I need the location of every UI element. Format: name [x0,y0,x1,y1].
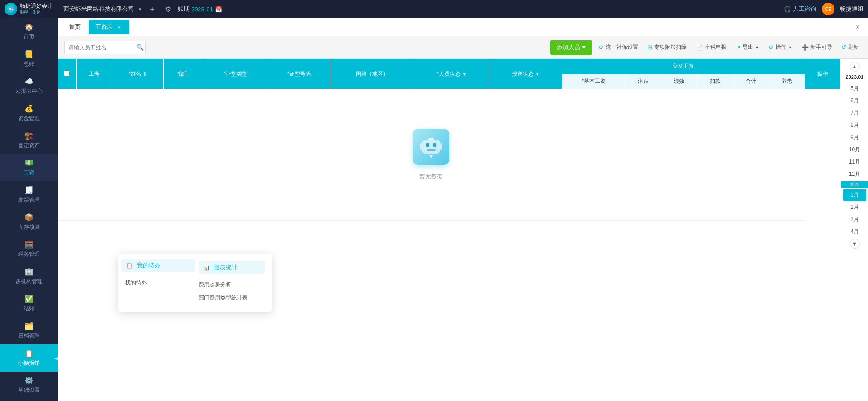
select-all-checkbox[interactable] [64,70,70,76]
timeline-month-4[interactable]: 4月 [841,226,868,238]
settings-btn[interactable]: ⚙ [162,5,174,14]
menu-item-cost-trend[interactable]: 费用趋势分析 [199,278,265,291]
basic-icon: ⚙️ [24,376,34,385]
timeline-month-7[interactable]: 7月 [841,107,868,119]
tab-close-btn[interactable]: × [116,24,123,31]
tab-bar: 首页 工资表 × × [58,18,868,36]
add-company-btn[interactable]: ＋ [146,5,159,14]
customer-service-btn[interactable]: 🎧 人工咨询 [784,5,816,13]
sidebar-item-multi-org[interactable]: 🏢 多机构管理 [0,263,58,290]
sidebar: 🏠 首页 📒 总账 ☁️ 云报表中心 💰 资金管理 🏗️ 固定资产 💵 工资 🧾… [0,18,58,401]
sidebar-label-fund: 资金管理 [18,115,40,122]
close-all-tabs-btn[interactable]: × [852,23,863,31]
tax-report-icon: 📄 [696,44,703,51]
timeline-up-btn[interactable]: ▲ [850,62,860,72]
calendar-icon[interactable]: 📅 [215,6,222,13]
tax-deduction-btn[interactable]: ⊞ 专项附加扣除 [645,41,689,54]
sidebar-item-basic[interactable]: ⚙️ 基础设置 [0,372,58,399]
menu-section-todo-title[interactable]: 📋 我的待办 [121,259,195,272]
menu-section-report-title[interactable]: 📊 报表统计 [199,261,265,274]
sidebar-item-fund[interactable]: 💰 资金管理 [0,100,58,127]
sidebar-label-ledger: 总账 [24,60,34,68]
table-timeline-wrapper: 工号 *姓名 ⇅ *部门 *证型类型 *证型号码 国籍（地区） *人员状态 [58,59,868,401]
menu-section-todo: 📋 我的待办 我的待办 [125,261,191,304]
sidebar-item-guide[interactable]: ▶ 新手引导 [0,399,58,401]
company-dropdown-icon[interactable]: ▼ [138,7,142,12]
period-value[interactable]: 2023-01 [191,6,213,13]
refresh-btn[interactable]: ↺ 刷新 [839,41,862,54]
search-icon[interactable]: 🔍 [136,44,144,51]
sidebar-label-invoice: 发票管理 [18,196,40,204]
menu-item-dept-cost[interactable]: 部门费用类型统计表 [199,291,265,304]
th-emp-no: 工号 [76,59,112,89]
refresh-label: 刷新 [848,43,859,51]
timeline-month-8[interactable]: 8月 [841,119,868,131]
sidebar-item-archive[interactable]: 🗂️ 归档管理 [0,317,58,344]
tax-icon: 🧮 [24,240,34,249]
headset-icon: 🎧 [784,6,791,13]
timeline-month-10[interactable]: 10月 [841,144,868,156]
th-checkbox[interactable] [58,59,76,89]
th-name[interactable]: *姓名 ⇅ [112,59,163,89]
add-employee-btn[interactable]: 添加人员 [550,40,592,55]
sidebar-label-tax: 税务管理 [18,251,40,258]
social-security-btn[interactable]: ⚙ 统一社保设置 [596,41,641,54]
user-avatar[interactable]: CE [822,3,834,15]
status-filter-icon[interactable]: ▼ [462,72,466,77]
sidebar-label-settle: 结账 [24,305,34,313]
tax-report-label: 个税申报 [705,43,727,51]
logo-icon [5,3,17,15]
th-subsidy: 津贴 [626,74,661,89]
tax-deduction-icon: ⊞ [647,44,652,51]
sidebar-item-fixed-assets[interactable]: 🏗️ 固定资产 [0,127,58,154]
th-pension: 养老 [769,74,805,89]
sidebar-item-inventory[interactable]: 📦 库存核算 [0,208,58,236]
new-guide-label: 新手引导 [810,43,832,51]
sidebar-item-xiao-chang[interactable]: 📋 小畅报销 ◀ [0,344,58,372]
sidebar-item-general-ledger[interactable]: 📒 总账 [0,45,58,72]
sidebar-item-settle[interactable]: ✅ 结账 [0,290,58,317]
timeline-month-1-active[interactable]: 1月 [843,189,866,201]
svg-rect-7 [440,143,442,150]
salary-table: 工号 *姓名 ⇅ *部门 *证型类型 *证型号码 国籍（地区） *人员状态 [58,59,841,221]
sidebar-item-home[interactable]: 🏠 首页 [0,18,58,45]
menu-item-my-todo[interactable]: 我的待办 [125,276,191,290]
sidebar-label-basic: 基础设置 [18,387,40,394]
operation-btn[interactable]: ⚙ 操作 ▼ [766,41,795,54]
timeline-month-6[interactable]: 6月 [841,95,868,107]
timeline-month-12[interactable]: 12月 [841,168,868,180]
top-header: 畅捷通好会计 财税一体化 西安虾米网络科技有限公司 ▼ ＋ ⚙ 账期 2023-… [0,0,868,18]
search-input[interactable] [68,44,136,51]
timeline-panel: ▲ 2023.01 5月 6月 7月 8月 9月 10月 11月 12月 202… [841,59,868,401]
xiao-chang-icon: 📋 [24,349,34,358]
export-btn[interactable]: ↗ 导出 ▼ [733,41,762,54]
company-name[interactable]: 西安虾米网络科技有限公司 [63,5,134,13]
tab-home[interactable]: 首页 [63,20,87,34]
timeline-month-9[interactable]: 9月 [841,131,868,144]
dept-cost-label: 部门费用类型统计表 [199,295,247,301]
th-status[interactable]: *人员状态 ▼ [413,59,490,89]
sidebar-item-tax[interactable]: 🧮 税务管理 [0,236,58,263]
sidebar-item-salary[interactable]: 💵 工资 [0,154,58,181]
assets-icon: 🏗️ [24,131,34,140]
timeline-month-2[interactable]: 2月 [841,201,868,213]
name-sort-icon[interactable]: ⇅ [143,72,147,77]
fund-icon: 💰 [24,104,34,113]
svg-rect-5 [428,138,434,140]
tab-salary-table[interactable]: 工资表 × [89,20,129,34]
report-status-filter-icon[interactable]: ▼ [535,72,540,77]
timeline-month-11[interactable]: 11月 [841,156,868,168]
tax-report-btn[interactable]: 📄 个税申报 [693,41,729,54]
new-guide-btn[interactable]: ➕ 新手引导 [799,41,835,54]
sidebar-item-cloud-report[interactable]: ☁️ 云报表中心 [0,72,58,100]
empty-text: 暂无数据 [419,172,443,180]
timeline-down-btn[interactable]: ▼ [850,239,860,249]
th-report-status[interactable]: 报送状态 ▼ [490,59,562,89]
timeline-month-5[interactable]: 5月 [841,82,868,95]
timeline-month-3[interactable]: 3月 [841,213,868,226]
toolbar: 🔍 添加人员 ⚙ 统一社保设置 ⊞ 专项附加扣除 📄 个税申报 ↗ 导出 [58,36,868,59]
user-name[interactable]: 畅捷通组 [840,5,863,13]
th-id-type: *证型类型 [204,59,267,89]
sidebar-item-invoice[interactable]: 🧾 发票管理 [0,181,58,208]
menu-section-report: 📊 报表统计 费用趋势分析 部门费用类型统计表 [199,261,265,304]
